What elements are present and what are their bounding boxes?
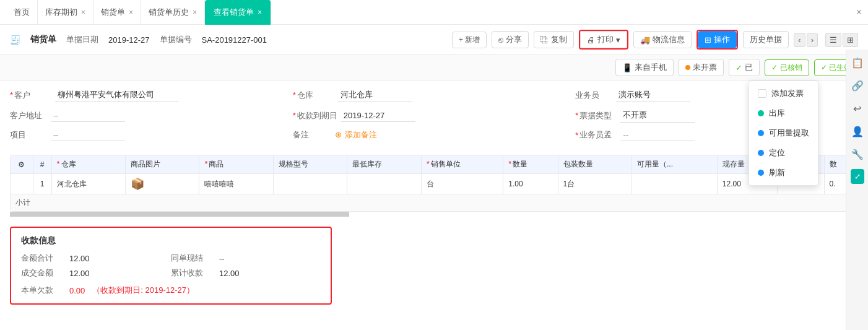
print-dropdown-arrow: ▾ [616,35,620,45]
page-close-button[interactable]: × [856,7,862,18]
share-button[interactable]: ⎋ 分享 [492,31,529,48]
row-image: 📦 [125,174,199,194]
tab-inventory[interactable]: 库存期初 × [38,0,93,25]
tab-sales[interactable]: 销货单 × [93,0,141,25]
check-status-btn[interactable]: ✓ 已 [729,59,760,76]
logistics-button[interactable]: 🚚 物流信息 [633,31,692,48]
duedate-field: * 收款到期日 2019-12-27 [293,110,576,122]
col-qty: *数量 [503,155,558,174]
duedate-label: 收款到期日 [297,110,337,121]
operation-grid-icon: ⊞ [705,35,711,45]
add-note-icon: ⊕ [335,130,342,139]
payment-same-order: 同单现结 -- [171,253,321,264]
sidebar-link-icon[interactable]: 🔗 [849,77,866,94]
tab-sales-close[interactable]: × [129,8,133,17]
history-button[interactable]: 历史单据 [743,31,789,48]
salesperson2-value: -- [620,129,695,141]
right-sidebar: 📋 🔗 ↩ 👤 🔧 ⤢ [846,50,868,330]
mobile-icon: 📱 [622,63,632,72]
dropdown-refresh[interactable]: 刷新 [749,163,818,183]
row-available [631,174,717,194]
row-spec [273,174,347,194]
subtotal-row: 小计 [11,194,857,212]
row-unit: 台 [421,174,503,194]
ticket-value[interactable]: 不开票 [620,108,695,123]
row-warehouse: 河北仓库 [51,174,125,194]
available-qty-dot-icon [758,130,764,136]
payment-owe: 本单欠款 0.00 （收款到期日: 2019-12-27） [21,285,321,296]
new-button[interactable]: + 新增 [452,32,487,48]
payment-info-box: 收款信息 金额合计 12.00 同单现结 -- 成交金额 12.00 累计收款 … [10,227,332,305]
unopened-status-btn[interactable]: 未开票 [679,59,724,76]
print-button[interactable]: 🖨 打印 ▾ [580,31,627,48]
prev-button[interactable]: ‹ [794,33,805,47]
sidebar-expand-icon[interactable]: ⤢ [851,169,864,184]
total-value: 12.00 [69,254,90,263]
operation-button[interactable]: ⊞ 操作 [698,31,737,48]
list-view-button[interactable]: ☰ [825,33,841,47]
customer-value[interactable]: 柳州粤港平安气体有限公司 [55,88,179,102]
ticket-required: * [575,111,578,120]
row-pack-qty: 1台 [558,174,631,194]
duedate-value[interactable]: 2019-12-27 [341,110,415,122]
dropdown-add-invoice[interactable]: 添加发票 [749,84,818,103]
owe-note: （收款到期日: 2019-12-27） [92,285,194,296]
dropdown-locate[interactable]: 定位 [749,143,818,163]
add-note-button[interactable]: ⊕ 添加备注 [335,129,378,141]
next-button[interactable]: › [807,33,818,47]
tab-inventory-close[interactable]: × [81,8,85,17]
col-warehouse: *仓库 [51,155,125,174]
sidebar-user-icon[interactable]: 👤 [849,123,866,140]
row-qty: 1.00 [503,174,558,194]
table-header-row: ⚙ # *仓库 商品图片 *商品 规格型号 最低库存 *销售单位 *数量 包装数… [11,155,857,174]
toolbar: 📱 来自手机 未开票 ✓ 已 ✓ 已核销 ✓ 已生效 [0,55,868,80]
dropdown-outbound[interactable]: 出库 [749,103,818,123]
sidebar-doc-icon[interactable]: 📋 [849,54,866,71]
duedate-required: * [293,111,296,120]
no-value: SA-20191227-001 [202,35,267,45]
view-icons: ☰ ⊞ [825,33,858,47]
owe-label: 本单欠款 [21,285,64,296]
mobile-status-btn[interactable]: 📱 来自手机 [615,59,674,76]
cancel-status-btn[interactable]: ✓ 已核销 [765,59,809,76]
warehouse-value[interactable]: 河北仓库 [338,88,412,102]
unopened-dot [685,65,690,70]
cumulative-value: 12.00 [219,269,240,278]
col-unit: *销售单位 [421,155,503,174]
doc-header-left: 🧾 销货单 单据日期 2019-12-27 单据编号 SA-20191227-0… [10,34,267,45]
note-field: 备注 ⊕ 添加备注 [293,129,576,141]
subtotal-label: 小计 [11,194,857,212]
dropdown-available-qty[interactable]: 可用量提取 [749,123,818,143]
tab-sales-history-close[interactable]: × [193,8,197,17]
warehouse-required: * [293,90,296,100]
project-field: 项目 -- [10,129,293,141]
project-label: 项目 [10,129,47,141]
salesperson2-required: * [575,131,578,140]
tab-view-sales-close[interactable]: × [258,8,262,17]
col-min-stock: 最低库存 [347,155,421,174]
col-product: *商品 [199,155,273,174]
form-row-2: 客户地址 -- * 收款到期日 2019-12-27 * 票据类型 不开票 [10,108,858,123]
tab-home[interactable]: 首页 [6,0,38,25]
cumulative-label: 累计收款 [171,267,214,279]
main-area: 🧾 销货单 单据日期 2019-12-27 单据编号 SA-20191227-0… [0,25,868,330]
sidebar-undo-icon[interactable]: ↩ [851,100,864,117]
copy-button[interactable]: ⿻ 复制 [534,31,574,48]
grid-view-button[interactable]: ⊞ [843,33,858,47]
col-settings[interactable]: ⚙ [11,155,33,174]
same-order-label: 同单现结 [171,253,214,264]
check-icon: ✓ [736,63,742,72]
print-icon: 🖨 [587,35,595,45]
address-label: 客户地址 [10,110,47,121]
copy-icon: ⿻ [540,35,549,45]
address-value[interactable]: -- [51,110,125,122]
payment-deal: 成交金额 12.00 [21,267,171,279]
tab-sales-history[interactable]: 销货单历史 × [141,0,205,25]
project-value[interactable]: -- [51,129,125,141]
doc-header-right: + 新增 ⎋ 分享 ⿻ 复制 🖨 打印 ▾ 🚚 物流信息 [452,30,858,50]
col-available: 可用量（... [631,155,717,174]
customer-required: * [10,90,13,100]
tab-view-sales[interactable]: 查看销货单 × [205,0,271,25]
nav-arrows: ‹ › [794,33,818,47]
sidebar-settings-icon[interactable]: 🔧 [849,146,866,163]
